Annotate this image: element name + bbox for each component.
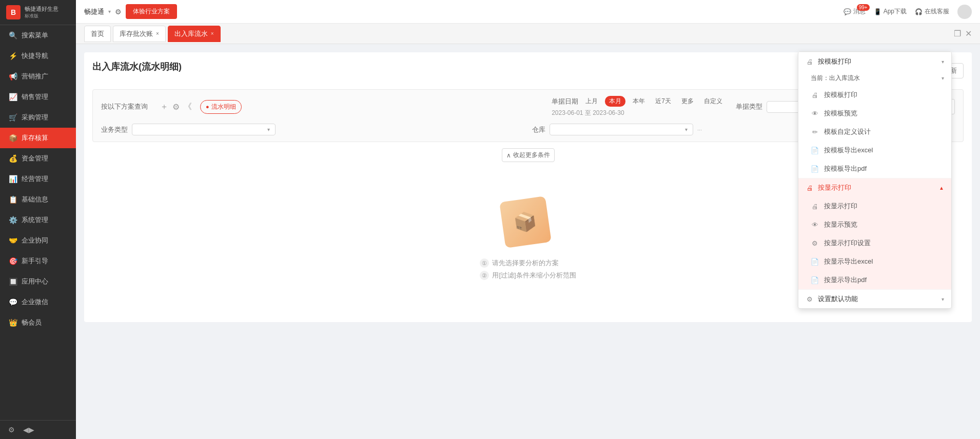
date-option-7days[interactable]: 近7天 <box>652 96 674 107</box>
sidebar-item-operation[interactable]: 📊 经营管理 <box>0 169 76 189</box>
display-section-arrow: ▲ <box>939 185 944 191</box>
template-print-section-label: 按模板打印 <box>818 57 851 66</box>
dropdown-template-excel-label: 按模板导出excel <box>824 146 873 155</box>
sidebar-item-sales[interactable]: 📈 销售管理 <box>0 87 76 107</box>
date-option-this-year[interactable]: 本年 <box>630 96 648 107</box>
set-default-icon: ⚙ <box>806 295 814 303</box>
sidebar-item-enterprise[interactable]: 🤝 企业协同 <box>0 230 76 251</box>
logo: B 畅捷通好生意 标准版 <box>6 5 70 19</box>
dropdown-display-preview-icon: 👁 <box>811 221 819 229</box>
set-default-label: 设置默认功能 <box>818 294 858 304</box>
date-option-more[interactable]: 更多 <box>678 96 697 107</box>
dropdown-display-pdf-label: 按显示导出pdf <box>824 275 867 285</box>
template-section-arrow: ▾ <box>942 59 944 65</box>
dropdown-item-template-preview[interactable]: 👁 按模板预览 <box>798 104 951 123</box>
sidebar-item-label: 系统管理 <box>22 215 48 225</box>
sidebar-item-basic[interactable]: 📋 基础信息 <box>0 189 76 210</box>
collapse-button[interactable]: ∧ 收起更多条件 <box>502 148 555 162</box>
sidebar-item-purchase[interactable]: 🛒 采购管理 <box>0 107 76 128</box>
dropdown-item-template-export-pdf[interactable]: 📄 按模板导出pdf <box>798 159 951 178</box>
dropdown-display-preview-label: 按显示预览 <box>824 220 857 229</box>
tip-text-2: 用[过滤]条件来缩小分析范围 <box>492 271 576 280</box>
search-actions: ＋ ⚙ 《 <box>160 102 192 112</box>
tab-bar: 首页 库存批次账 × 出入库流水 × ❒ ✕ <box>76 24 980 44</box>
settings-condition-icon[interactable]: ⚙ <box>172 102 180 112</box>
toggle-sidebar-icon[interactable]: ◀▶ <box>23 426 34 434</box>
sidebar-item-marketing[interactable]: 📢 营销推广 <box>0 66 76 87</box>
tab-home[interactable]: 首页 <box>84 26 111 42</box>
business-type-label: 业务类型 <box>101 125 128 134</box>
trial-button[interactable]: 体验行业方案 <box>126 4 177 19</box>
close-tab-icon[interactable]: ✕ <box>965 29 972 38</box>
settings-footer-icon[interactable]: ⚙ <box>8 426 15 434</box>
sidebar-item-label: 库存核算 <box>22 133 48 143</box>
sidebar-item-label: 企业微信 <box>22 297 48 307</box>
dropdown-item-template-export-excel[interactable]: 📄 按模板导出excel <box>798 141 951 159</box>
dropdown-template-print-label: 按模板打印 <box>824 90 857 99</box>
app-download-label: App下载 <box>884 7 907 16</box>
date-label: 单据日期 <box>552 97 578 106</box>
business-type-arrow: ▾ <box>267 127 270 132</box>
add-condition-icon[interactable]: ＋ <box>160 102 168 112</box>
sidebar-item-appcenter[interactable]: 🔲 应用中心 <box>0 271 76 292</box>
sidebar-item-finance[interactable]: 💰 资金管理 <box>0 148 76 169</box>
warehouse-arrow: ▾ <box>685 127 688 132</box>
warehouse-more-icon[interactable]: ··· <box>697 127 702 133</box>
dropdown-item-template-custom[interactable]: ✏ 模板自定义设计 <box>798 123 951 141</box>
sidebar-nav: 🔍 搜索菜单 ⚡ 快捷导航 📢 营销推广 📈 销售管理 🛒 采购管理 📦 <box>0 25 76 420</box>
collapse-condition-icon[interactable]: 《 <box>184 102 192 112</box>
tab-stock-flow[interactable]: 出入库流水 × <box>168 26 221 42</box>
tip-num-2: ② <box>480 271 489 280</box>
topbar-settings-icon[interactable]: ⚙ <box>115 8 122 16</box>
sidebar-item-quick-nav[interactable]: ⚡ 快捷导航 <box>0 46 76 66</box>
date-filter: 单据日期 上月 本月 本年 近7天 更多 自定义 <box>552 96 726 107</box>
dropdown-item-display-preview[interactable]: 👁 按显示预览 <box>798 215 951 234</box>
avatar[interactable] <box>957 5 972 19</box>
set-default-section[interactable]: ⚙ 设置默认功能 ▾ <box>798 289 951 308</box>
close-stock-flow-icon[interactable]: × <box>211 31 214 36</box>
date-filter-group: 单据日期 上月 本月 本年 近7天 更多 自定义 2023-06-01 至 20… <box>552 96 726 117</box>
dropdown-item-display-pdf[interactable]: 📄 按显示导出pdf <box>798 271 951 289</box>
sidebar-item-search[interactable]: 🔍 搜索菜单 <box>0 25 76 46</box>
membership-icon: 👑 <box>8 318 17 327</box>
date-option-this-month[interactable]: 本月 <box>605 96 625 107</box>
app-download-btn[interactable]: 📱 App下载 <box>874 7 907 16</box>
date-option-custom[interactable]: 自定义 <box>701 96 726 107</box>
dropdown-display-print-icon: 🖨 <box>811 202 819 210</box>
user-dropdown-arrow[interactable]: ▾ <box>108 9 111 14</box>
tip-item-1: ① 请先选择要分析的方案 <box>480 258 576 268</box>
sidebar-item-inventory[interactable]: 📦 库存核算 <box>0 128 76 148</box>
sales-icon: 📈 <box>8 92 17 102</box>
sidebar-item-membership[interactable]: 👑 畅会员 <box>0 312 76 333</box>
sidebar-item-label: 经营管理 <box>22 174 48 184</box>
sidebar-item-label: 企业协同 <box>22 236 48 245</box>
warehouse-select[interactable]: ▾ <box>550 124 693 135</box>
sidebar-item-label: 快捷导航 <box>22 51 48 61</box>
display-print-section[interactable]: 🖨 按显示打印 ▲ <box>798 178 951 197</box>
sidebar-footer: ⚙ ◀▶ <box>0 420 76 439</box>
phone-icon: 📱 <box>874 8 881 15</box>
customer-service-btn[interactable]: 🎧 在线客服 <box>915 7 949 16</box>
current-template-arrow: ▾ <box>942 75 944 81</box>
sidebar-item-label: 销售管理 <box>22 92 48 102</box>
messages-badge: 99+ <box>857 4 870 11</box>
dropdown-item-template-print[interactable]: 🖨 按模板打印 <box>798 86 951 104</box>
sidebar-item-beginner[interactable]: 🎯 新手引导 <box>0 251 76 271</box>
tab-actions: ❒ ✕ <box>954 29 972 38</box>
tip-item-2: ② 用[过滤]条件来缩小分析范围 <box>480 271 576 280</box>
sidebar-item-wechat[interactable]: 💬 企业微信 <box>0 292 76 312</box>
dropdown-item-display-print[interactable]: 🖨 按显示打印 <box>798 197 951 215</box>
sidebar-item-system[interactable]: ⚙️ 系统管理 <box>0 210 76 230</box>
tab-inventory-batch[interactable]: 库存批次账 × <box>113 26 166 42</box>
message-icon: 💬 <box>844 8 851 15</box>
close-inventory-batch-icon[interactable]: × <box>156 31 159 36</box>
business-type-select[interactable]: ▾ <box>132 124 276 135</box>
filter-tag[interactable]: ● 流水明细 <box>200 100 242 114</box>
dropdown-item-display-settings[interactable]: ⚙ 按显示打印设置 <box>798 234 951 252</box>
date-option-last-month[interactable]: 上月 <box>582 96 601 107</box>
template-print-section[interactable]: 🖨 按模板打印 ▾ <box>798 52 951 71</box>
restore-tab-icon[interactable]: ❒ <box>954 29 961 38</box>
dropdown-item-display-excel[interactable]: 📄 按显示导出excel <box>798 252 951 271</box>
messages-btn[interactable]: 💬 消息 99+ <box>844 7 866 16</box>
set-default-section-content: ⚙ 设置默认功能 <box>806 294 858 304</box>
